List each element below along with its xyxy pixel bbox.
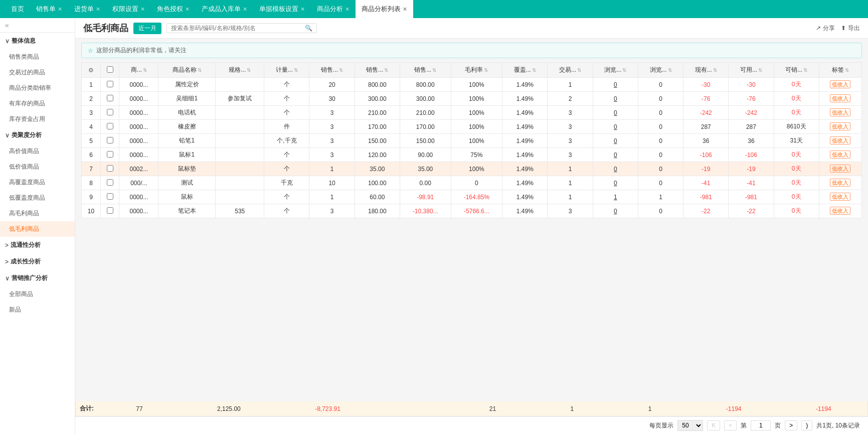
page-input[interactable] [751,420,771,430]
col-gear[interactable]: ⚙ [82,63,101,78]
row-view1[interactable]: 0 [593,78,638,92]
row-checkbox[interactable] [101,148,119,162]
nav-item-角色授权[interactable]: 角色授权✕ [151,0,196,18]
row-checkbox[interactable] [101,190,119,204]
sidebar-item-高覆盖度商品[interactable]: 高覆盖度商品 [0,175,75,190]
next-page-button[interactable]: > [785,420,797,430]
col-coverage[interactable]: 覆盖...⇅ [502,63,548,78]
sidebar-item-低毛利商品[interactable]: 低毛利商品 [0,221,75,237]
nav-item-权限设置[interactable]: 权限设置✕ [106,0,151,18]
search-input[interactable] [171,25,305,32]
sidebar-item-商品分类助销率[interactable]: 商品分类助销率 [0,80,75,96]
nav-close-icon[interactable]: ✕ [403,6,407,13]
col-name[interactable]: 商品名称⇅ [158,63,216,78]
per-page-select[interactable]: 50 100 200 [677,420,703,431]
nav-item-单据模板设置[interactable]: 单据模板设置✕ [253,0,311,18]
row-select-checkbox[interactable] [107,179,113,186]
row-coverage: 1.49% [502,162,548,176]
select-all-checkbox[interactable] [107,66,113,73]
col-current-stock[interactable]: 现有...⇅ [683,63,729,78]
row-spec: 535 [216,204,264,218]
row-select-checkbox[interactable] [107,81,113,87]
row-select-checkbox[interactable] [107,151,113,158]
col-view2[interactable]: 浏览...⇅ [638,63,683,78]
row-view1[interactable]: 0 [593,148,638,162]
nav-close-icon[interactable]: ✕ [58,6,62,13]
row-view1[interactable]: 0 [593,106,638,120]
sidebar-item-低覆盖度商品[interactable]: 低覆盖度商品 [0,190,75,206]
nav-item-商品分析列表[interactable]: 商品分析列表✕ [356,0,413,18]
col-tag[interactable]: 标签⇅ [819,63,861,78]
col-saleable[interactable]: 可销...⇅ [774,63,819,78]
sidebar-group-0[interactable]: ∨整体信息 [0,33,75,49]
sidebar-item-低价值商品[interactable]: 低价值商品 [0,159,75,175]
sidebar-group-4[interactable]: ∨营销推广分析 [0,270,75,286]
row-checkbox[interactable] [101,120,119,134]
nav-close-icon[interactable]: ✕ [185,6,190,13]
row-checkbox[interactable] [101,162,119,176]
row-view1[interactable]: 0 [593,176,638,190]
nav-item-进货单[interactable]: 进货单✕ [68,0,106,18]
col-sales-qty[interactable]: 销售...⇅ [309,63,355,78]
row-select-checkbox[interactable] [107,207,113,214]
sidebar-collapse-button[interactable]: « [0,18,75,33]
nav-item-产成品入库单[interactable]: 产成品入库单✕ [196,0,253,18]
nav-close-icon[interactable]: ✕ [243,6,247,13]
prev-page-button[interactable]: < [724,420,737,430]
nav-item-商品分析[interactable]: 商品分析✕ [311,0,356,18]
row-checkbox[interactable] [101,176,119,190]
sidebar-item-全部商品[interactable]: 全部商品 [0,286,75,302]
sidebar-item-高毛利商品[interactable]: 高毛利商品 [0,206,75,221]
row-view1[interactable]: 1 [593,190,638,204]
sidebar-item-销售类商品[interactable]: 销售类商品 [0,49,75,65]
sidebar-item-库存资金占用[interactable]: 库存资金占用 [0,111,75,127]
row-checkbox[interactable] [101,106,119,120]
share-button[interactable]: ↗ 分享 [816,24,835,33]
row-view1[interactable]: 0 [593,134,638,148]
nav-close-icon[interactable]: ✕ [140,6,145,13]
row-available: -981 [729,190,774,204]
sidebar-item-新品[interactable]: 新品 [0,302,75,318]
col-trade[interactable]: 交易...⇅ [548,63,593,78]
row-select-checkbox[interactable] [107,123,113,129]
row-checkbox[interactable] [101,92,119,106]
first-page-button[interactable]: K [707,420,720,430]
row-checkbox[interactable] [101,78,119,92]
row-select-checkbox[interactable] [107,137,113,143]
sidebar-item-有库存的商品[interactable]: 有库存的商品 [0,96,75,111]
row-view1[interactable]: 0 [593,204,638,218]
last-page-button[interactable]: ) [801,420,812,430]
col-spec[interactable]: 规格...⇅ [216,63,264,78]
row-select-checkbox[interactable] [107,193,113,200]
col-view1[interactable]: 浏览...⇅ [593,63,638,78]
export-button[interactable]: ⬆ 导出 [841,24,860,33]
nav-close-icon[interactable]: ✕ [345,6,350,13]
row-checkbox[interactable] [101,204,119,218]
nav-item-销售单[interactable]: 销售单✕ [30,0,68,18]
sidebar-group-3[interactable]: >成长性分析 [0,253,75,270]
search-icon[interactable]: 🔍 [305,25,312,32]
nav-close-icon[interactable]: ✕ [300,6,305,13]
nav-item-首页[interactable]: 首页 [5,0,30,18]
col-unit[interactable]: 计量...⇅ [264,63,309,78]
col-sales-amount[interactable]: 销售...⇅ [400,63,451,78]
col-code[interactable]: 商...⇅ [119,63,158,78]
sidebar-group-1[interactable]: ∨类聚度分析 [0,127,75,143]
date-filter-button[interactable]: 近一月 [133,23,161,34]
nav-close-icon[interactable]: ✕ [96,6,100,13]
row-trade: 3 [548,148,593,162]
row-view1[interactable]: 0 [593,162,638,176]
row-select-checkbox[interactable] [107,95,113,101]
sidebar-group-2[interactable]: >流通性分析 [0,237,75,253]
col-gross-margin[interactable]: 毛利率⇅ [451,63,502,78]
sidebar-item-交易过的商品[interactable]: 交易过的商品 [0,65,75,80]
col-available[interactable]: 可用...⇅ [729,63,774,78]
row-view1[interactable]: 0 [593,92,638,106]
sidebar-item-高价值商品[interactable]: 高价值商品 [0,143,75,159]
row-checkbox[interactable] [101,134,119,148]
col-sales-price[interactable]: 销售...⇅ [355,63,400,78]
row-select-checkbox[interactable] [107,109,113,115]
row-select-checkbox[interactable] [107,165,113,172]
row-name: 笔记本 [158,204,216,218]
row-view1[interactable]: 0 [593,120,638,134]
